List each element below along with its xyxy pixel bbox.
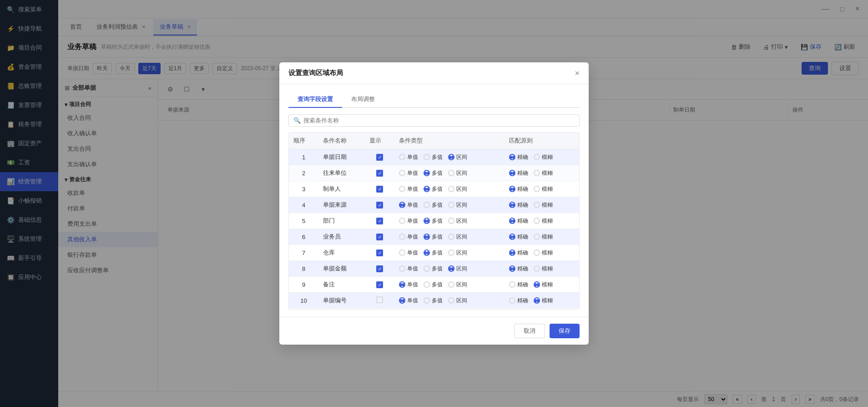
radio-single[interactable]: 单值 xyxy=(399,265,418,273)
modal-search-input[interactable] xyxy=(303,117,575,124)
radio-single[interactable]: 单值 xyxy=(399,185,418,193)
cell-show[interactable]: ✓ xyxy=(365,149,394,165)
cancel-button[interactable]: 取消 xyxy=(514,324,545,338)
cell-show[interactable]: ✓ xyxy=(365,277,394,293)
radio-multi[interactable]: 多值 xyxy=(424,169,443,177)
radio-precise[interactable]: 精确 xyxy=(509,201,528,209)
radio-single[interactable]: 单值 xyxy=(399,201,418,209)
radio-fuzzy[interactable]: 模糊 xyxy=(534,249,553,257)
radio-single[interactable]: 单值 xyxy=(399,249,418,257)
modal-tab-layout[interactable]: 布局调整 xyxy=(342,92,384,108)
radio-single[interactable]: 单值 xyxy=(399,233,418,241)
radio-fuzzy[interactable]: 模糊 xyxy=(534,169,553,177)
radio-multi[interactable]: 多值 xyxy=(424,153,443,161)
cell-show[interactable]: ✓ xyxy=(365,165,394,181)
radio-single[interactable]: 单值 xyxy=(399,153,418,161)
modal-tab-query-fields[interactable]: 查询字段设置 xyxy=(288,92,342,108)
cell-show[interactable] xyxy=(365,293,394,309)
radio-multi[interactable]: 多值 xyxy=(424,281,443,289)
modal-close-button[interactable]: × xyxy=(575,69,580,77)
radio-fuzzy[interactable]: 模糊 xyxy=(534,153,553,161)
radio-range[interactable]: 区间 xyxy=(448,185,467,193)
cell-show[interactable]: ✓ xyxy=(365,181,394,197)
th-type: 条件类型 xyxy=(394,132,504,149)
radio-fuzzy[interactable]: 模糊 xyxy=(534,297,553,305)
cell-show[interactable]: ✓ xyxy=(365,261,394,277)
radio-range[interactable]: 区间 xyxy=(448,265,467,273)
radio-single-circle xyxy=(399,249,405,256)
radio-fuzzy-circle xyxy=(534,297,540,304)
radio-precise-circle xyxy=(509,281,515,288)
modal-title: 设置查询区域布局 xyxy=(288,69,343,77)
radio-range-circle xyxy=(448,202,454,208)
radio-multi[interactable]: 多值 xyxy=(424,297,443,305)
table-row: 2往来单位✓ 单值 多值 区间 精确 xyxy=(289,165,579,181)
show-checkbox[interactable]: ✓ xyxy=(376,170,383,177)
radio-precise[interactable]: 精确 xyxy=(509,249,528,257)
radio-range-circle xyxy=(448,265,454,272)
radio-precise[interactable]: 精确 xyxy=(509,281,528,289)
cell-match: 精确 模糊 xyxy=(505,229,580,245)
modal-body: 查询字段设置 布局调整 🔍 顺序 条件名称 显示 xyxy=(279,84,589,317)
radio-multi[interactable]: 多值 xyxy=(424,201,443,209)
cell-type: 单值 多值 区间 xyxy=(394,213,504,229)
cell-name: 往来单位 xyxy=(318,165,365,181)
cell-show[interactable]: ✓ xyxy=(365,197,394,213)
radio-multi[interactable]: 多值 xyxy=(424,249,443,257)
radio-fuzzy-circle xyxy=(534,281,540,288)
modal-save-button[interactable]: 保存 xyxy=(550,324,580,338)
cell-show[interactable]: ✓ xyxy=(365,229,394,245)
radio-fuzzy[interactable]: 模糊 xyxy=(534,185,553,193)
radio-multi[interactable]: 多值 xyxy=(424,217,443,225)
cell-type: 单值 多值 区间 xyxy=(394,293,504,309)
radio-multi[interactable]: 多值 xyxy=(424,185,443,193)
cell-show[interactable]: ✓ xyxy=(365,213,394,229)
modal-overlay[interactable]: 设置查询区域布局 × 查询字段设置 布局调整 🔍 xyxy=(0,0,868,407)
radio-range[interactable]: 区间 xyxy=(448,297,467,305)
radio-precise[interactable]: 精确 xyxy=(509,169,528,177)
cell-order: 2 xyxy=(289,165,318,181)
radio-fuzzy[interactable]: 模糊 xyxy=(534,265,553,273)
show-checkbox[interactable]: ✓ xyxy=(376,281,383,288)
radio-multi[interactable]: 多值 xyxy=(424,265,443,273)
show-checkbox[interactable]: ✓ xyxy=(376,154,383,161)
show-checkbox[interactable]: ✓ xyxy=(376,202,383,209)
radio-precise[interactable]: 精确 xyxy=(509,297,528,305)
show-checkbox[interactable]: ✓ xyxy=(376,234,383,240)
radio-range[interactable]: 区间 xyxy=(448,249,467,257)
radio-multi-circle xyxy=(424,249,430,256)
radio-precise-circle xyxy=(509,154,515,160)
show-checkbox[interactable]: ✓ xyxy=(376,249,383,256)
radio-single[interactable]: 单值 xyxy=(399,281,418,289)
radio-fuzzy[interactable]: 模糊 xyxy=(534,233,553,241)
radio-range-circle xyxy=(448,234,454,240)
cell-type: 单值 多值 区间 xyxy=(394,229,504,245)
radio-precise[interactable]: 精确 xyxy=(509,185,528,193)
radio-precise[interactable]: 精确 xyxy=(509,217,528,225)
radio-single[interactable]: 单值 xyxy=(399,217,418,225)
radio-single-circle xyxy=(399,265,405,272)
radio-range[interactable]: 区间 xyxy=(448,233,467,241)
cell-type: 单值 多值 区间 xyxy=(394,197,504,213)
radio-fuzzy[interactable]: 模糊 xyxy=(534,281,553,289)
show-checkbox[interactable] xyxy=(376,296,383,303)
radio-single[interactable]: 单值 xyxy=(399,169,418,177)
radio-single[interactable]: 单值 xyxy=(399,297,418,305)
radio-fuzzy[interactable]: 模糊 xyxy=(534,217,553,225)
show-checkbox[interactable]: ✓ xyxy=(376,218,383,224)
cell-show[interactable] xyxy=(365,309,394,310)
radio-range[interactable]: 区间 xyxy=(448,217,467,225)
radio-range[interactable]: 区间 xyxy=(448,153,467,161)
radio-precise[interactable]: 精确 xyxy=(509,153,528,161)
radio-range[interactable]: 区间 xyxy=(448,201,467,209)
radio-fuzzy[interactable]: 模糊 xyxy=(534,201,553,209)
radio-precise[interactable]: 精确 xyxy=(509,233,528,241)
radio-range[interactable]: 区间 xyxy=(448,169,467,177)
radio-multi[interactable]: 多值 xyxy=(424,233,443,241)
radio-range[interactable]: 区间 xyxy=(448,281,467,289)
show-checkbox[interactable]: ✓ xyxy=(376,186,383,193)
radio-precise[interactable]: 精确 xyxy=(509,265,528,273)
th-show: 显示 xyxy=(365,132,394,149)
cell-show[interactable]: ✓ xyxy=(365,245,394,261)
show-checkbox[interactable]: ✓ xyxy=(376,265,383,272)
